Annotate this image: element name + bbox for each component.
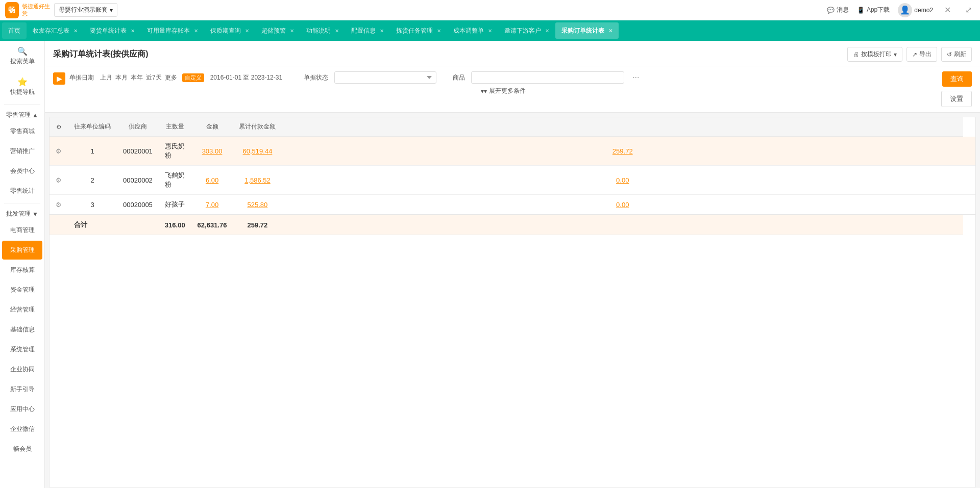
sidebar-shortcut[interactable]: ⭐ 快捷导航 xyxy=(2,72,42,101)
tab-home[interactable]: 首页 xyxy=(2,22,27,39)
tab-chengben[interactable]: 成本调整单 ✕ xyxy=(447,22,498,39)
sidebar-item-members[interactable]: 会员中心 xyxy=(2,162,42,181)
sidebar-item-member-pro[interactable]: 畅会员 xyxy=(2,440,42,458)
settings-button[interactable]: 设置 xyxy=(941,91,972,107)
template-print-button[interactable]: 🖨 按模板打印 ▾ xyxy=(847,47,902,62)
sidebar-item-purchase[interactable]: 采购管理 xyxy=(2,241,42,260)
export-label: 导出 xyxy=(919,50,932,59)
row-quantity-1[interactable]: 6.00 xyxy=(191,166,233,195)
sidebar-item-operations[interactable]: 经营管理 xyxy=(2,300,42,319)
col-paid: 累计付款金额 xyxy=(233,117,282,137)
shortcut-this-month[interactable]: 本月 xyxy=(115,73,128,82)
row-settings-0[interactable]: ⚙ xyxy=(50,137,68,166)
export-button[interactable]: ↗ 导出 xyxy=(906,47,937,62)
gear-icon[interactable]: ⚙ xyxy=(56,123,62,131)
goods-filter-label: 商品 xyxy=(453,73,465,82)
row-amount-1[interactable]: 1,586.52 xyxy=(233,166,282,195)
date-shortcuts: 上月 本月 本年 近7天 更多 自定义 xyxy=(100,73,204,82)
sidebar-item-wholesale[interactable]: 批发管理 ▼ xyxy=(0,206,44,220)
filter-toggle-arrow[interactable]: ▶ xyxy=(53,72,65,85)
sidebar: 🔍 搜索英单 ⭐ 快捷导航 零售管理 ▲ 零售商城 营销推广 会员中心 零售统计… xyxy=(0,41,45,488)
tab-jianhuo[interactable]: 拣货任务管理 ✕ xyxy=(390,22,447,39)
tab-chaochuyujing-close[interactable]: ✕ xyxy=(290,28,294,34)
tab-gongneng[interactable]: 功能说明 ✕ xyxy=(300,22,345,39)
sidebar-item-finance[interactable]: 资金管理 xyxy=(2,280,42,299)
tab-chengben-close[interactable]: ✕ xyxy=(488,28,492,34)
goods-more-button[interactable]: ··· xyxy=(630,73,641,82)
tab-peizhi-close[interactable]: ✕ xyxy=(380,28,384,34)
sidebar-search-label: 搜索英单 xyxy=(10,58,35,65)
expand-more-button[interactable]: ▾▾ 展开更多条件 xyxy=(481,87,526,95)
refresh-icon: ↺ xyxy=(947,51,952,58)
workspace-selector[interactable]: 母婴行业演示账套 ▾ xyxy=(54,3,117,17)
status-select[interactable] xyxy=(334,71,436,84)
tab-yaohuo-label: 要货单统计表 xyxy=(90,27,127,35)
footer-label: 合计 xyxy=(68,215,117,235)
tab-peizhi-label: 配置信息 xyxy=(351,27,376,35)
tab-gongneng-close[interactable]: ✕ xyxy=(335,28,339,34)
status-filter-label: 单据状态 xyxy=(304,73,328,82)
row-settings-2[interactable]: ⚙ xyxy=(50,195,68,215)
refresh-button[interactable]: ↺ 刷新 xyxy=(941,47,972,62)
tab-shoufacun-close[interactable]: ✕ xyxy=(74,28,78,34)
sidebar-item-retail-manage[interactable]: 零售管理 ▲ xyxy=(0,107,44,121)
user-area[interactable]: 👤 demo2 xyxy=(898,3,933,17)
sidebar-system-label: 系统管理 xyxy=(10,346,35,353)
row-paid-2[interactable]: 0.00 xyxy=(282,195,963,215)
tab-chaochuyujing[interactable]: 超储预警 ✕ xyxy=(255,22,300,39)
sidebar-retail-manage-label: 零售管理 xyxy=(6,111,31,119)
row-amount-0[interactable]: 60,519.44 xyxy=(233,137,282,166)
sidebar-item-marketing[interactable]: 营销推广 xyxy=(2,142,42,161)
shortcut-this-year[interactable]: 本年 xyxy=(131,73,143,82)
row-settings-1[interactable]: ⚙ xyxy=(50,166,68,195)
sidebar-wholesale-label: 批发管理 xyxy=(6,210,31,218)
sidebar-item-ecommerce[interactable]: 电商管理 xyxy=(2,221,42,240)
tab-baozhi-close[interactable]: ✕ xyxy=(245,28,249,34)
maximize-button[interactable]: ⤢ xyxy=(962,4,975,16)
shortcut-last-month[interactable]: 上月 xyxy=(100,73,112,82)
tab-caigou-close[interactable]: ✕ xyxy=(608,28,612,34)
shortcut-7days[interactable]: 近7天 xyxy=(146,73,162,82)
tab-kuyongliang-close[interactable]: ✕ xyxy=(194,28,198,34)
sidebar-item-app-center[interactable]: 应用中心 xyxy=(2,400,42,419)
sidebar-item-inventory[interactable]: 库存核算 xyxy=(2,261,42,279)
message-button[interactable]: 💬 消息 xyxy=(827,6,849,14)
close-button[interactable]: ✕ xyxy=(941,4,954,16)
sidebar-divider-2 xyxy=(4,203,40,203)
row-quantity-0[interactable]: 303.00 xyxy=(191,137,233,166)
tab-peizhi[interactable]: 配置信息 ✕ xyxy=(345,22,390,39)
tab-shoufacun[interactable]: 收发存汇总表 ✕ xyxy=(27,22,84,39)
filter-bar: ▶ 单据日期 上月 本月 本年 近7天 更多 自定义 2016-01-01 xyxy=(45,66,980,113)
row-paid-0[interactable]: 259.72 xyxy=(282,137,963,166)
footer-quantity: 316.00 xyxy=(159,215,191,235)
row-amount-2[interactable]: 525.80 xyxy=(233,195,282,215)
tab-yaoqing-close[interactable]: ✕ xyxy=(545,28,549,34)
row-extra-0 xyxy=(963,137,975,166)
sidebar-item-retail-stats[interactable]: 零售统计 xyxy=(2,182,42,200)
page-header-actions: 🖨 按模板打印 ▾ ↗ 导出 ↺ 刷新 xyxy=(847,47,972,62)
sidebar-item-basic-info[interactable]: 基础信息 xyxy=(2,320,42,339)
sidebar-item-retail-shop[interactable]: 零售商城 xyxy=(2,122,42,141)
search-icon: 🔍 xyxy=(4,46,40,56)
goods-input[interactable] xyxy=(471,71,624,84)
query-button[interactable]: 查询 xyxy=(942,71,972,87)
sidebar-item-enterprise[interactable]: 企业协同 xyxy=(2,360,42,379)
shortcut-more[interactable]: 更多 xyxy=(165,73,177,82)
tab-baozhi[interactable]: 保质期查询 ✕ xyxy=(204,22,255,39)
tab-kuyongliang[interactable]: 可用量库存账本 ✕ xyxy=(141,22,204,39)
row-quantity-2[interactable]: 7.00 xyxy=(191,195,233,215)
tab-yaohuo-close[interactable]: ✕ xyxy=(131,28,135,34)
tab-caigou[interactable]: 采购订单统计表 ✕ xyxy=(555,22,619,39)
app-download-button[interactable]: 📱 App下载 xyxy=(857,6,890,14)
row-paid-1[interactable]: 0.00 xyxy=(282,166,963,195)
tab-yaohuo[interactable]: 要货单统计表 ✕ xyxy=(84,22,141,39)
sidebar-item-system[interactable]: 系统管理 xyxy=(2,340,42,359)
sidebar-item-newbie[interactable]: 新手引导 xyxy=(2,380,42,399)
tab-yaoqing[interactable]: 邀请下游客户 ✕ xyxy=(498,22,555,39)
main-layout: 🔍 搜索英单 ⭐ 快捷导航 零售管理 ▲ 零售商城 营销推广 会员中心 零售统计… xyxy=(0,41,980,488)
sidebar-enterprise-label: 企业协同 xyxy=(10,366,35,373)
sidebar-item-wechat[interactable]: 企业微信 xyxy=(2,420,42,439)
sidebar-search[interactable]: 🔍 搜索英单 xyxy=(2,41,42,71)
row-code-2: 00020005 xyxy=(117,195,159,215)
tab-jianhuo-close[interactable]: ✕ xyxy=(437,28,441,34)
